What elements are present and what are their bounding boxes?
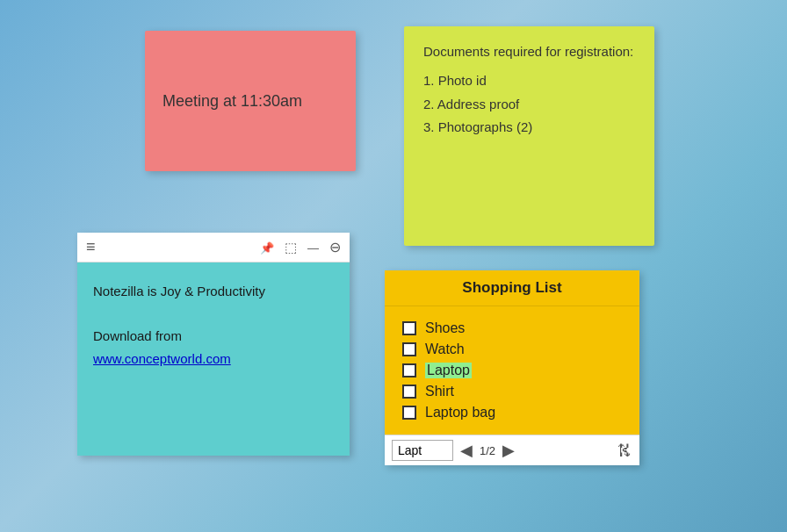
shopping-sticky-note: Shopping List Shoes Watch Laptop Shirt L…: [385, 270, 639, 465]
pin-icon[interactable]: [260, 241, 274, 255]
teal-note-body: Notezilla is Joy & Productivity Download…: [77, 262, 350, 456]
checkbox-shirt[interactable]: [402, 385, 416, 399]
shopping-note-title: Shopping List: [385, 270, 639, 306]
doc-item-3: 3. Photographs (2): [423, 118, 635, 138]
doc-item-2: 2. Address proof: [423, 95, 635, 115]
item-label-laptop-bag: Laptop bag: [425, 405, 495, 421]
shopping-search-input[interactable]: [392, 440, 453, 461]
item-label-shirt: Shirt: [425, 384, 454, 399]
search-close-button[interactable]: ⛕: [617, 442, 632, 460]
item-label-watch: Watch: [425, 341, 465, 357]
shopping-footer: ◀ 1/2 ▶ ⛕: [385, 435, 639, 465]
teal-sticky-note-wrapper: Notezilla is Joy & Productivity Download…: [77, 233, 350, 456]
doc-item-1: 1. Photo id: [423, 71, 635, 91]
shopping-item-shoes: Shoes: [402, 320, 622, 336]
select-icon[interactable]: [285, 240, 297, 255]
menu-icon[interactable]: [86, 238, 96, 256]
item-label-laptop: Laptop: [425, 363, 472, 378]
teal-note-link[interactable]: www.conceptworld.com: [93, 351, 231, 366]
checkbox-shoes[interactable]: [402, 321, 416, 335]
close-note-icon[interactable]: [329, 239, 341, 255]
minimize-icon[interactable]: [307, 241, 319, 255]
page-indicator: 1/2: [480, 444, 495, 457]
checkbox-laptop[interactable]: [402, 363, 416, 377]
checkbox-laptop-bag[interactable]: [402, 406, 416, 420]
pink-note-text: Meeting at 11:30am: [162, 92, 302, 111]
item-label-shoes: Shoes: [425, 320, 465, 336]
checkbox-watch[interactable]: [402, 342, 416, 356]
yellowgreen-note-title: Documents required for registration:: [423, 42, 635, 61]
note-toolbar: [77, 233, 350, 262]
shopping-list-body: Shoes Watch Laptop Shirt Laptop bag: [385, 306, 639, 435]
search-next-button[interactable]: ▶: [499, 441, 518, 460]
teal-note-line1: Notezilla is Joy & Productivity: [93, 280, 334, 303]
shopping-item-laptop: Laptop: [402, 363, 622, 378]
yellowgreen-sticky-note: Documents required for registration: 1. …: [404, 26, 654, 246]
shopping-item-laptop-bag: Laptop bag: [402, 405, 622, 421]
shopping-item-watch: Watch: [402, 341, 622, 357]
shopping-item-shirt: Shirt: [402, 384, 622, 399]
search-prev-button[interactable]: ◀: [457, 441, 476, 460]
pink-sticky-note: Meeting at 11:30am: [145, 31, 356, 171]
teal-note-line2: Download from: [93, 325, 334, 348]
